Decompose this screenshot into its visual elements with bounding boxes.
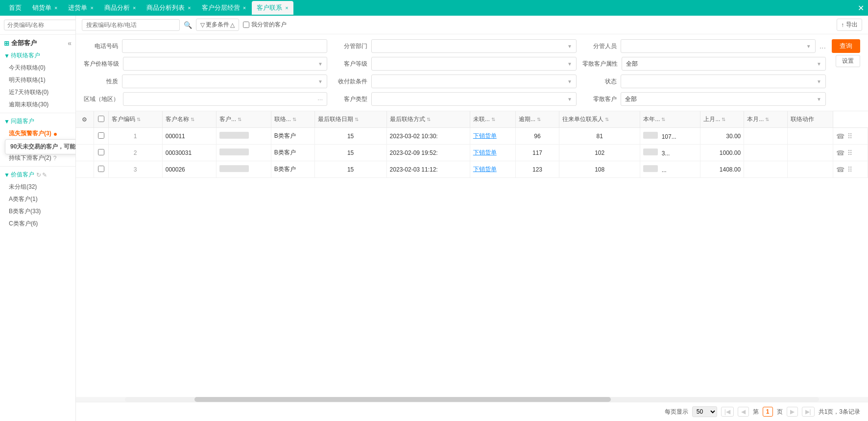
- contact-type-link-2[interactable]: 下销货单: [473, 166, 497, 173]
- my-customers-checkbox[interactable]: [243, 22, 249, 28]
- person-select[interactable]: ▼: [621, 39, 816, 53]
- filter-dept: 分管部门 ▼: [333, 39, 577, 53]
- last-page-button[interactable]: ▶|: [802, 407, 815, 417]
- home-tab[interactable]: 首页: [4, 3, 26, 12]
- query-button[interactable]: 查询: [832, 39, 860, 53]
- tab-purchase-order-close[interactable]: ×: [90, 5, 93, 11]
- payment-select[interactable]: ▼: [371, 74, 577, 88]
- contact-icon-0[interactable]: ☎: [836, 132, 844, 140]
- settings-icon[interactable]: ⚙: [82, 116, 87, 123]
- more-conditions-button[interactable]: ▽ 更多条件 △: [196, 19, 239, 31]
- table-row: 2 00030031 B类客户 15 2023-02-09 19:52: 下销货…: [76, 145, 868, 161]
- more-action-icon-1[interactable]: ⠿: [847, 149, 852, 157]
- area-select[interactable]: ···: [123, 92, 327, 106]
- contact-type-link-1[interactable]: 下销货单: [473, 149, 497, 156]
- th-contact-person[interactable]: 往来单位联系人 ⇅: [559, 111, 640, 128]
- sidebar-item-7days[interactable]: 近7天待联络(0): [0, 86, 75, 99]
- sidebar-group-pending[interactable]: ▼ 待联络客户: [0, 50, 75, 62]
- td-checkbox-0[interactable]: [94, 128, 108, 145]
- zero-attr-select[interactable]: 全部 ▼: [622, 57, 826, 71]
- more-action-icon-0[interactable]: ⠿: [847, 132, 852, 140]
- th-uncontact[interactable]: 未联... ⇅: [470, 111, 515, 128]
- th-checkbox[interactable]: [94, 111, 108, 128]
- sidebar-item-b-class[interactable]: B类客户(33): [0, 205, 75, 218]
- th-type[interactable]: 客户... ⇅: [217, 111, 271, 128]
- td-checkbox-1[interactable]: [94, 145, 108, 161]
- tab-customer-tier[interactable]: 客户分层经营 ×: [197, 1, 251, 15]
- contact-icon-2[interactable]: ☎: [836, 166, 844, 173]
- th-last-month[interactable]: 上月... ⇅: [700, 111, 744, 128]
- sidebar-collapse-icon[interactable]: «: [68, 39, 72, 47]
- tab-product-analysis-list[interactable]: 商品分析列表 ×: [142, 1, 195, 15]
- select-all-checkbox[interactable]: [98, 116, 104, 122]
- search-input[interactable]: [82, 19, 180, 31]
- td-checkbox-2[interactable]: [94, 161, 108, 178]
- th-overdue[interactable]: 逾期... ⇅: [516, 111, 559, 128]
- refresh-icon[interactable]: ↻: [36, 172, 41, 178]
- person-more-icon[interactable]: ...: [820, 42, 826, 50]
- horizontal-scrollbar[interactable]: [125, 397, 819, 402]
- tab-sales-order-close[interactable]: ×: [54, 5, 57, 11]
- th-settings[interactable]: ⚙: [76, 111, 94, 128]
- sidebar-item-today[interactable]: 今天待联络(0): [0, 62, 75, 74]
- row-checkbox-2[interactable]: [98, 166, 104, 172]
- window-close-button[interactable]: ✕: [858, 3, 864, 13]
- row-checkbox-0[interactable]: [98, 132, 104, 139]
- contact-icon-1[interactable]: ☎: [836, 149, 844, 157]
- sidebar-item-c-class[interactable]: C类客户(6): [0, 218, 75, 230]
- gender-select[interactable]: ▼: [122, 74, 327, 88]
- td-last-date-2: 2023-02-03 11:12:: [386, 161, 470, 178]
- sidebar-all-customers[interactable]: ⊞ 全部客户 «: [0, 35, 75, 50]
- sidebar-group-value[interactable]: ▼ 价值客户 ↻ ✎: [0, 169, 75, 181]
- export-button[interactable]: ↑ 导出: [837, 19, 862, 31]
- td-last-type-0[interactable]: 下销货单: [470, 128, 515, 145]
- settings-button[interactable]: 设置: [836, 55, 860, 67]
- row-checkbox-1[interactable]: [98, 149, 104, 155]
- blurred-person-2: [643, 165, 658, 172]
- filter-customer-type: 客户类型 ▼: [333, 92, 577, 106]
- customer-level-select[interactable]: ▼: [371, 57, 577, 71]
- td-last-type-1[interactable]: 下销货单: [470, 145, 515, 161]
- th-name[interactable]: 客户名称 ⇅: [162, 111, 216, 128]
- sidebar-item-a-class[interactable]: A类客户(1): [0, 193, 75, 205]
- per-page-select[interactable]: 50 20 100: [692, 406, 717, 417]
- td-last-type-2[interactable]: 下销货单: [470, 161, 515, 178]
- next-page-button[interactable]: ▶: [787, 407, 798, 417]
- th-last-type[interactable]: 最后联络方式 ⇅: [386, 111, 470, 128]
- tab-purchase-order[interactable]: 进货单 ×: [63, 1, 98, 15]
- tab-sales-order[interactable]: 销货单 ×: [27, 1, 62, 15]
- status-select[interactable]: ▼: [621, 74, 826, 88]
- area-more-icon[interactable]: ···: [317, 96, 323, 103]
- th-this-year[interactable]: 本年... ⇅: [640, 111, 700, 128]
- prev-page-button[interactable]: ◀: [738, 407, 749, 417]
- more-action-icon-2[interactable]: ⠿: [847, 166, 852, 173]
- sidebar-search-input[interactable]: [4, 20, 76, 30]
- sidebar-item-churn-warning[interactable]: 流失预警客户(3) ● 90天未交易的客户，可能有流失风险。: [0, 127, 75, 140]
- dept-select[interactable]: ▼: [371, 39, 577, 53]
- tab-product-analysis-list-close[interactable]: ×: [188, 5, 191, 11]
- first-page-button[interactable]: |◀: [721, 407, 734, 417]
- th-this-month[interactable]: 本月... ⇅: [744, 111, 788, 128]
- tab-product-analysis[interactable]: 商品分析 ×: [99, 1, 141, 15]
- th-contact[interactable]: 联络... ⇅: [271, 111, 314, 128]
- tab-product-analysis-close[interactable]: ×: [133, 5, 136, 11]
- tab-customer-contact-close[interactable]: ×: [285, 5, 288, 11]
- sidebar-group-problem[interactable]: ▼ 问题客户: [0, 115, 75, 127]
- contact-type-link-0[interactable]: 下销货单: [473, 132, 497, 139]
- phone-input[interactable]: [122, 39, 327, 53]
- sidebar-item-overdue[interactable]: 逾期未联络(30): [0, 99, 75, 111]
- my-customers-checkbox-label[interactable]: 我分管的客户: [243, 21, 287, 29]
- price-level-select[interactable]: ▼: [123, 57, 327, 71]
- td-uncontact-0: 96: [516, 128, 559, 145]
- th-code[interactable]: 客户编码 ⇅: [108, 111, 162, 128]
- tab-customer-tier-close[interactable]: ×: [243, 5, 246, 11]
- customer-type-select[interactable]: ▼: [371, 92, 577, 106]
- th-last-date[interactable]: 最后联络日期 ⇅: [314, 111, 386, 128]
- zero-customer-select[interactable]: 全部 ▼: [621, 92, 826, 106]
- search-icon[interactable]: 🔍: [184, 21, 192, 29]
- edit-icon[interactable]: ✎: [42, 172, 47, 178]
- price-level-label: 客户价格等级: [84, 60, 119, 68]
- sidebar-item-unclassified[interactable]: 未分组(32): [0, 181, 75, 193]
- tab-customer-contact[interactable]: 客户联系 ×: [252, 1, 293, 15]
- sidebar-item-tomorrow[interactable]: 明天待联络(1): [0, 74, 75, 86]
